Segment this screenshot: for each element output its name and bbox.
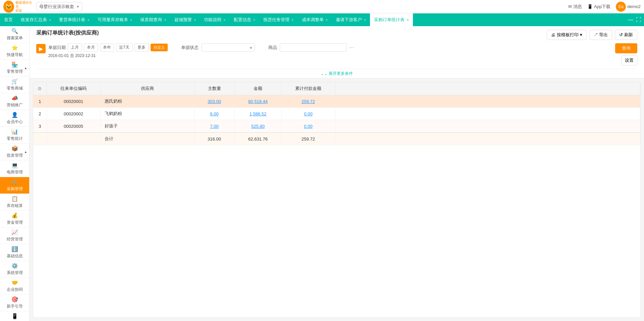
table-row[interactable]: 1 00020001 惠氏奶粉 303.00 60,519.44 259.72 — [33, 95, 640, 108]
tab-1-close[interactable]: × — [49, 18, 51, 22]
workspace-label: 母婴行业演示账套 — [39, 4, 74, 10]
table-row[interactable]: 3 00020005 好孩子 7.00 525.80 0.00 — [33, 120, 640, 133]
th-qty: 主数量 — [194, 82, 234, 95]
refresh-btn[interactable]: ↺ 刷新 — [615, 30, 637, 40]
sidebar-item-purchase[interactable]: 🛒 采购管理 — [0, 177, 29, 194]
filter-area: ▶ 单据日期 上月 本月 本年 近7天 更多 自定义 2016-01-01 至 … — [36, 43, 637, 69]
tab-7-close[interactable]: × — [253, 18, 255, 22]
tab-4[interactable]: 保质期查询 × — [136, 13, 170, 26]
sidebar-item-guide[interactable]: 🎯 新手引导 — [0, 295, 29, 311]
query-btn[interactable]: 查询 — [615, 43, 637, 53]
sidebar-operations-label: 经营管理 — [7, 236, 23, 242]
amount-link[interactable]: 60,519.44 — [248, 99, 268, 104]
message-btn[interactable]: ✉ 消息 — [568, 4, 582, 10]
sidebar-item-enterprise[interactable]: 🤝 企业协同 — [0, 278, 29, 295]
export-btn[interactable]: ↗ 导出 — [589, 30, 612, 40]
th-supplier: 供应商 — [100, 82, 194, 95]
sidebar-item-search[interactable]: 🔍 搜索菜单 — [0, 26, 29, 43]
sidebar-item-retail-stats[interactable]: 📊 零售统计 — [0, 127, 29, 144]
tab-10-close[interactable]: × — [364, 18, 366, 22]
table-settings-icon[interactable]: ⚙ — [38, 86, 42, 91]
base-info-icon: ℹ️ — [11, 246, 18, 252]
nav-maximize-icon[interactable]: ⛶ — [636, 17, 641, 23]
sidebar-item-retail-mall[interactable]: 🛒 零售商城 — [0, 76, 29, 93]
sidebar-item-system[interactable]: ⚙️ 系统管理 — [0, 261, 29, 278]
sidebar-item-base-info[interactable]: ℹ️ 基础信息 — [0, 244, 29, 261]
sidebar-shortcuts-label: 快捷导航 — [7, 52, 23, 58]
tab-2[interactable]: 要货单统计表 × — [55, 13, 93, 26]
sidebar-system-label: 系统管理 — [7, 270, 23, 276]
qty-link[interactable]: 303.00 — [208, 99, 221, 104]
refresh-icon: ↺ — [619, 32, 623, 37]
goods-more-icon[interactable]: ··· — [350, 45, 354, 51]
filter-toggle-btn[interactable]: ▶ — [36, 44, 46, 53]
wholesale-icon: 📦 — [11, 145, 18, 152]
tab-home[interactable]: 首页 — [0, 13, 17, 26]
tab-6[interactable]: 功能说明 × — [200, 13, 229, 26]
app-download-label: App下载 — [594, 4, 610, 10]
date-btn-more[interactable]: 更多 — [135, 43, 149, 52]
sidebar-mall-label: 零售商城 — [7, 86, 23, 91]
print-btn[interactable]: 🖨 按模板打印 ▾ — [547, 30, 587, 40]
tab-5[interactable]: 超储预警 × — [170, 13, 200, 26]
amount-link[interactable]: 525.80 — [251, 124, 265, 129]
workspace-selector[interactable]: 母婴行业演示账套 ▾ — [36, 2, 82, 11]
tab-10[interactable]: 邀请下游客户 × — [332, 13, 370, 26]
cell-qty: 7.00 — [194, 120, 234, 133]
status-select[interactable] — [201, 43, 255, 52]
sidebar-enterprise-label: 企业协同 — [7, 287, 23, 292]
expand-label: 展开更多条件 — [329, 71, 353, 76]
tab-9-close[interactable]: × — [326, 18, 328, 22]
goods-label: 商品 — [268, 45, 277, 51]
goods-filter-group: 商品 ··· — [268, 43, 354, 52]
cell-paid: 0.00 — [281, 108, 335, 120]
tab-3-close[interactable]: × — [130, 18, 132, 22]
footer-empty1 — [33, 132, 47, 145]
date-btn-this-year[interactable]: 本年 — [100, 43, 114, 52]
sidebar-item-retail-mgmt[interactable]: 🏪 零售管理 — [0, 60, 29, 76]
sidebar-purchase-label: 采购管理 — [7, 186, 23, 192]
nav-minimize-icon[interactable]: — — [628, 17, 633, 23]
tab-11-close[interactable]: × — [407, 18, 409, 22]
tab-1[interactable]: 收发存汇总表 × — [17, 13, 55, 26]
tab-5-close[interactable]: × — [194, 18, 196, 22]
tab-11[interactable]: 采购订单统计表 × — [370, 13, 413, 26]
sidebar-item-ecommerce[interactable]: 💻 电商管理 — [0, 160, 29, 177]
tab-9[interactable]: 成本调整单 × — [298, 13, 332, 26]
date-btn-this-month[interactable]: 本月 — [84, 43, 98, 52]
sidebar-item-wholesale[interactable]: 📦 批发管理 — [0, 144, 29, 160]
date-btn-7days[interactable]: 近7天 — [116, 43, 132, 52]
qty-link[interactable]: 6.00 — [210, 111, 218, 116]
print-icon: 🖨 — [551, 32, 555, 37]
sidebar-item-operations[interactable]: 📈 经营管理 — [0, 227, 29, 244]
sidebar-item-member[interactable]: 👤 会员中心 — [0, 110, 29, 127]
paid-link[interactable]: 0.00 — [304, 124, 312, 129]
table-row[interactable]: 2 00020002 飞鹤奶粉 6.00 1,586.52 0.00 — [33, 108, 640, 120]
th-amount: 金额 — [234, 82, 281, 95]
settings-btn[interactable]: 设置 — [621, 55, 637, 65]
footer-extra — [335, 132, 640, 145]
tab-8-close[interactable]: × — [291, 18, 293, 22]
tab-3[interactable]: 可用量库存账本 × — [94, 13, 136, 26]
sidebar-item-finance[interactable]: 💰 资金管理 — [0, 211, 29, 227]
paid-link[interactable]: 259.72 — [302, 99, 315, 104]
goods-input[interactable] — [280, 43, 347, 52]
tab-7[interactable]: 配置信息 × — [230, 13, 259, 26]
qty-link[interactable]: 7.00 — [210, 124, 218, 129]
tab-2-close[interactable]: × — [87, 18, 89, 22]
tab-8[interactable]: 拣货任务管理 × — [259, 13, 298, 26]
amount-link[interactable]: 1,586.52 — [250, 111, 267, 116]
expand-btn[interactable]: ⌄⌄ 展开更多条件 — [321, 71, 353, 76]
tab-6-close[interactable]: × — [223, 18, 225, 22]
app-download-btn[interactable]: 📱 App下载 — [587, 4, 610, 10]
sidebar-item-marketing[interactable]: 📣 营销推广 — [0, 93, 29, 110]
user-menu[interactable]: Ea demo2 — [616, 2, 641, 12]
date-btn-last-month[interactable]: 上月 — [68, 43, 82, 52]
sidebar-item-inventory[interactable]: 📋 库存核算 — [0, 194, 29, 211]
date-btn-custom[interactable]: 自定义 — [151, 44, 168, 51]
footer-qty: 316.00 — [194, 132, 234, 145]
sidebar-item-shortcuts[interactable]: ⭐ 快捷导航 — [0, 43, 29, 60]
tab-4-close[interactable]: × — [164, 18, 166, 22]
paid-link[interactable]: 0.00 — [304, 111, 312, 116]
sidebar-item-appstore[interactable]: 📱 应用中心 — [0, 311, 29, 321]
